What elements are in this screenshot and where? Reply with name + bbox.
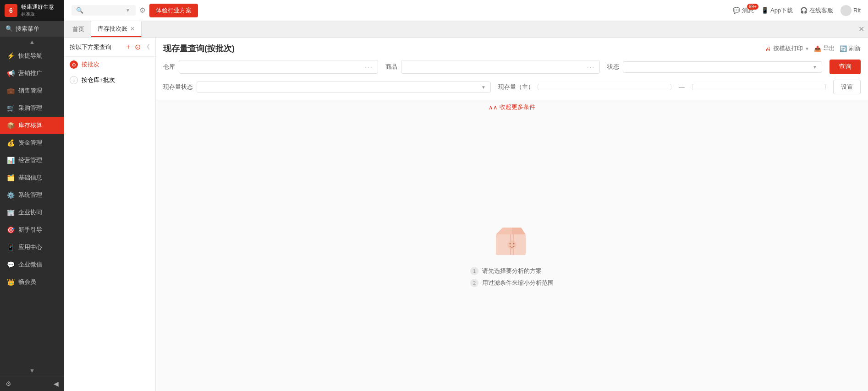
system-icon: ⚙️: [6, 191, 15, 199]
filter-row-1: 仓库 ··· 商品 ··· 状态: [156, 54, 868, 80]
sidebar-item-wechat[interactable]: 💬 企业微信: [0, 256, 64, 273]
sidebar-scroll-down[interactable]: ▼: [0, 365, 64, 376]
settings-button[interactable]: 设置: [833, 80, 861, 94]
product-dots: ···: [587, 63, 595, 71]
query-header: 现存量查询(按批次) 🖨 按模板打印 ▼ 📤 导出 🔄: [156, 38, 868, 54]
app-download-label: App下载: [770, 6, 793, 15]
stock-qty-label: 现存量（主）: [498, 83, 534, 91]
scheme-by-warehouse-batch[interactable]: ○ 按仓库+批次: [64, 72, 155, 88]
empty-tip-1: 1 请先选择要分析的方案: [470, 267, 554, 275]
scheme-active-icon: ⊙: [70, 60, 78, 69]
sidebar-item-label: 销售管理: [18, 87, 42, 95]
sidebar-nav: ⚡ 快捷导航 📢 营销推广 💼 销售管理 🛒 采购管理 📦 库存核算 💰 资金管…: [0, 47, 64, 365]
sidebar-item-label: 资金管理: [18, 139, 42, 147]
collapse-icon: ∧∧: [489, 104, 498, 111]
collapse-row[interactable]: ∧∧ 收起更多条件: [156, 100, 868, 114]
topbar-dropdown-arrow-icon[interactable]: ▼: [126, 8, 130, 13]
sidebar-item-quick-nav[interactable]: ⚡ 快捷导航: [0, 47, 64, 65]
refresh-button[interactable]: 🔄 刷新: [840, 44, 861, 53]
product-input[interactable]: ···: [401, 60, 600, 74]
warehouse-input[interactable]: ···: [179, 60, 378, 74]
print-dropdown-icon[interactable]: ▼: [805, 46, 809, 51]
marketing-icon: 📢: [6, 69, 15, 77]
sidebar: 6 畅康通好生意 标准版 🔍 搜索菜单 ▲ ⚡ 快捷导航 📢 营销推广 💼 销售…: [0, 0, 64, 391]
user-avatar: [841, 5, 852, 16]
header-actions: 🖨 按模板打印 ▼ 📤 导出 🔄 刷新: [765, 44, 861, 53]
svg-point-5: [513, 243, 515, 244]
left-panel-collapse-icon[interactable]: 《: [143, 43, 150, 51]
scheme-settings-icon[interactable]: ⊙: [135, 43, 141, 51]
scheme-by-batch[interactable]: ⊙ 按批次: [64, 57, 155, 72]
empty-tips: 1 请先选择要分析的方案 2 用过滤条件来缩小分析范围: [470, 267, 554, 287]
sidebar-item-system[interactable]: ⚙️ 系统管理: [0, 186, 64, 204]
action-buttons: 设置: [833, 80, 861, 94]
sidebar-item-label: 营销推广: [18, 69, 42, 77]
sidebar-item-purchase[interactable]: 🛒 采购管理: [0, 99, 64, 117]
online-service-button[interactable]: 🎧 在线客服: [800, 6, 833, 15]
sidebar-item-label: 新手引导: [18, 226, 42, 234]
tab-home-label: 首页: [72, 25, 84, 33]
headset-icon: 🎧: [800, 7, 808, 14]
app-title-block: 畅康通好生意 标准版: [21, 4, 54, 17]
inventory-icon: 📦: [6, 121, 15, 130]
tab-inventory-batch[interactable]: 库存批次账 ✕: [91, 21, 142, 37]
scheme-inactive-icon: ○: [70, 76, 78, 84]
status-filter: 状态 ▼: [607, 61, 822, 73]
right-panel: 现存量查询(按批次) 🖨 按模板打印 ▼ 📤 导出 🔄: [156, 38, 868, 391]
operations-icon: 📊: [6, 156, 15, 164]
stock-status-select[interactable]: ▼: [197, 81, 491, 93]
sidebar-item-member[interactable]: 👑 畅会员: [0, 273, 64, 291]
tabbar: 首页 库存批次账 ✕ ✕: [64, 21, 868, 38]
print-button[interactable]: 🖨 按模板打印 ▼: [765, 44, 809, 53]
tabbar-close-button[interactable]: ✕: [858, 25, 864, 33]
stock-qty-input-min[interactable]: [538, 84, 671, 90]
left-panel-actions: ＋ ⊙ 《: [125, 42, 150, 52]
topbar: 🔍 ▼ ⚙ 体验行业方案 💬 消息 99+ 📱 App下载 🎧 在线客服: [64, 0, 868, 21]
tip-num-2: 2: [470, 279, 478, 287]
print-icon: 🖨: [765, 45, 771, 52]
sidebar-settings-icon[interactable]: ⚙: [5, 380, 11, 387]
sidebar-item-marketing[interactable]: 📢 营销推广: [0, 65, 64, 82]
guide-icon: 🎯: [6, 226, 15, 234]
app-download-button[interactable]: 📱 App下载: [761, 6, 793, 15]
sidebar-item-sales[interactable]: 💼 销售管理: [0, 82, 64, 99]
sidebar-item-inventory[interactable]: 📦 库存核算: [0, 117, 64, 134]
topbar-gear-icon[interactable]: ⚙: [139, 6, 146, 15]
topbar-search-input[interactable]: [86, 7, 123, 14]
status-label: 状态: [607, 63, 619, 71]
stock-qty-input-max[interactable]: [692, 84, 826, 90]
status-dropdown-icon: ▼: [813, 65, 817, 70]
experience-button[interactable]: 体验行业方案: [149, 4, 198, 17]
messages-button[interactable]: 💬 消息 99+: [733, 6, 754, 15]
sidebar-item-basic[interactable]: 🗂️ 基础信息: [0, 169, 64, 186]
add-scheme-icon[interactable]: ＋: [125, 42, 132, 52]
status-select[interactable]: ▼: [623, 61, 822, 73]
basic-icon: 🗂️: [6, 174, 15, 182]
sidebar-collapse-icon[interactable]: ◀: [54, 380, 59, 387]
sidebar-item-enterprise[interactable]: 🏢 企业协同: [0, 204, 64, 221]
sidebar-item-label: 企业协同: [18, 208, 42, 217]
tab-close-icon[interactable]: ✕: [130, 26, 135, 32]
empty-area: 1 请先选择要分析的方案 2 用过滤条件来缩小分析范围: [156, 114, 868, 391]
query-button[interactable]: 查询: [830, 60, 861, 74]
stock-qty-filter: 现存量（主） —: [498, 83, 826, 91]
content-area: 按以下方案查询 ＋ ⊙ 《 ⊙ 按批次 ○ 按仓库+批次 现存量查询: [64, 38, 868, 391]
message-icon: 💬: [733, 7, 740, 14]
sidebar-scroll-up[interactable]: ▲: [0, 37, 64, 47]
empty-tip-2: 2 用过滤条件来缩小分析范围: [470, 279, 554, 287]
export-button[interactable]: 📤 导出: [814, 44, 835, 53]
sidebar-item-finance[interactable]: 💰 资金管理: [0, 134, 64, 152]
sidebar-item-operations[interactable]: 📊 经营管理: [0, 152, 64, 169]
sidebar-item-guide[interactable]: 🎯 新手引导: [0, 221, 64, 239]
tab-home[interactable]: 首页: [66, 21, 91, 37]
empty-illustration: 1 请先选择要分析的方案 2 用过滤条件来缩小分析范围: [470, 218, 554, 287]
print-label: 按模板打印: [773, 44, 803, 53]
topbar-search-icon: 🔍: [76, 7, 83, 14]
user-menu-button[interactable]: Rit: [841, 5, 861, 16]
query-area: 现存量查询(按批次) 🖨 按模板打印 ▼ 📤 导出 🔄: [156, 38, 868, 114]
phone-icon: 📱: [761, 7, 769, 14]
sidebar-item-apps[interactable]: 📱 应用中心: [0, 239, 64, 256]
topbar-search-box[interactable]: 🔍 ▼: [71, 5, 136, 16]
sidebar-footer: ⚙ ◀: [0, 376, 64, 391]
sidebar-search[interactable]: 🔍 搜索菜单: [0, 21, 64, 37]
